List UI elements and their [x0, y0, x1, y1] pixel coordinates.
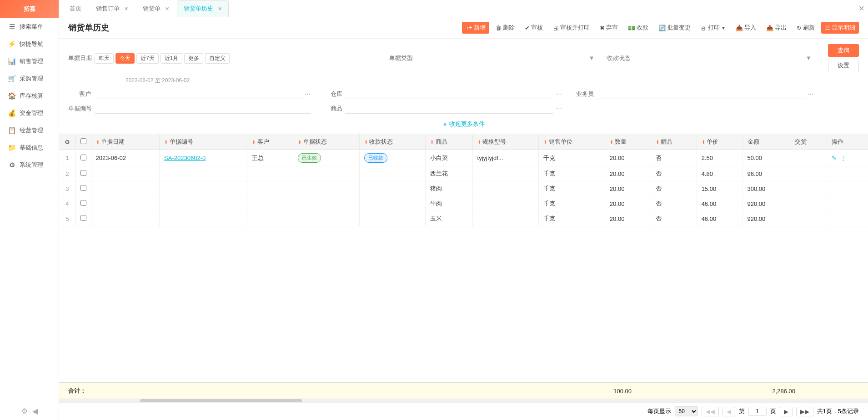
sidebar-item-finance-mgmt[interactable]: 💰 资金管理 — [0, 105, 59, 122]
next-page-button[interactable]: ▶ — [780, 407, 793, 416]
tab-sales-history-close[interactable]: ✕ — [218, 6, 222, 12]
pagination: 每页显示 50 10 20 100 ◀◀ ◀ 第 页 ▶ ▶▶ 共1页，5条记录 — [59, 402, 868, 420]
filter-customer-input[interactable] — [94, 89, 302, 99]
page-input[interactable] — [748, 407, 767, 416]
delete-button[interactable]: 🗑 删除 — [492, 22, 518, 34]
col-gift[interactable]: ⬆ 赠品 — [651, 134, 697, 150]
date-btn-today[interactable]: 今天 — [115, 53, 135, 64]
sidebar-item-purchase-mgmt[interactable]: 🛒 采购管理 — [0, 70, 59, 87]
refresh-button[interactable]: ↻ 刷新 — [793, 22, 818, 34]
col-customer[interactable]: ⬆ 客户 — [247, 134, 293, 150]
date-btn-1month[interactable]: 近1月 — [161, 53, 183, 64]
col-collect-status[interactable]: ⬆ 收款状态 — [359, 134, 426, 150]
col-goods[interactable]: ⬆ 商品 — [426, 134, 472, 150]
date-btn-custom[interactable]: 自定义 — [205, 53, 230, 64]
col-doc-no[interactable]: ⬆ 单据编号 — [160, 134, 247, 150]
batch-change-button[interactable]: 🔄 批量变更 — [655, 22, 694, 34]
audit-print-button[interactable]: 🖨 审核并打印 — [549, 22, 593, 34]
query-button[interactable]: 查询 — [828, 44, 859, 57]
filter-business-input[interactable] — [597, 89, 805, 99]
date-btn-yesterday[interactable]: 昨天 — [95, 53, 114, 64]
sidebar-item-sales-mgmt[interactable]: 📊 销售管理 — [0, 53, 59, 70]
row-doc-date — [91, 181, 160, 196]
col-doc-status[interactable]: ⬆ 单据状态 — [293, 134, 359, 150]
page-size-select[interactable]: 50 10 20 100 — [675, 406, 698, 416]
table-row: 3 猪肉 千克 20.00 否 15.00 300.00 — [59, 181, 868, 196]
date-btn-7days[interactable]: 近7天 — [136, 53, 159, 64]
row-doc-status — [293, 211, 359, 226]
print-button[interactable]: 🖨 打印 ▼ — [697, 22, 729, 34]
tab-bar-close-all[interactable]: ✕ — [858, 4, 864, 13]
refresh-icon: ↻ — [797, 25, 802, 31]
row-doc-status — [293, 166, 359, 181]
sidebar-settings-icon[interactable]: ⚙ — [21, 407, 28, 415]
row-checkbox[interactable] — [75, 166, 91, 181]
audit-button[interactable]: ✔ 审核 — [521, 22, 547, 34]
tab-sales-order-close[interactable]: ✕ — [124, 6, 128, 12]
col-settings[interactable]: ⚙ — [59, 134, 75, 150]
more-icon[interactable]: ⋮ — [840, 155, 846, 161]
row-transaction — [790, 211, 827, 226]
tab-home[interactable]: 首页 — [63, 0, 88, 17]
total-info: 共1页，5条记录 — [817, 407, 859, 415]
filter-warehouse: 仓库 ··· — [320, 89, 562, 99]
sort-icon: ⬆ — [364, 140, 368, 145]
col-doc-date[interactable]: ⬆ 单据日期 — [91, 134, 160, 150]
abandon-button[interactable]: ✖ 弃审 — [596, 22, 622, 34]
sidebar-item-inventory[interactable]: 🏠 库存核算 — [0, 87, 59, 105]
row-checkbox[interactable] — [75, 196, 91, 211]
sidebar-item-sys-mgmt[interactable]: ⚙ 系统管理 — [0, 156, 59, 174]
page-area: 销货单历史 + + 新增 🗑 删除 ✔ 审核 🖨 审核并打印 — [59, 17, 868, 420]
edit-icon[interactable]: ✎ — [832, 155, 837, 161]
sidebar-item-quick-nav[interactable]: ⚡ 快捷导航 — [0, 35, 59, 53]
date-btn-more[interactable]: 更多 — [184, 53, 203, 64]
page-header: 销货单历史 + + 新增 🗑 删除 ✔ 审核 🖨 审核并打印 — [59, 17, 868, 39]
show-detail-button[interactable]: ☰ 显示明细 — [821, 22, 859, 34]
col-quantity[interactable]: ⬆ 数量 — [605, 134, 651, 150]
col-checkbox[interactable] — [75, 134, 91, 150]
tab-sales-history[interactable]: 销货单历史 ✕ — [177, 0, 229, 17]
row-checkbox[interactable] — [75, 211, 91, 226]
row-checkbox[interactable] — [75, 150, 91, 166]
col-transaction: 交货 — [790, 134, 827, 150]
scroll-thumb[interactable] — [140, 399, 302, 402]
sidebar-collapse-icon[interactable]: ◀ — [32, 407, 38, 415]
filter-doc-no-input[interactable] — [95, 104, 311, 114]
query-area: 查询 设置 — [828, 44, 859, 72]
col-unit[interactable]: ⬆ 销售单位 — [539, 134, 605, 150]
new-button[interactable]: + + 新增 — [462, 22, 489, 34]
tab-sales-goods[interactable]: 销货单 ✕ — [136, 0, 176, 17]
filter-goods-more[interactable]: ··· — [556, 105, 562, 113]
tab-sales-goods-close[interactable]: ✕ — [165, 6, 169, 12]
sidebar-item-ops-mgmt[interactable]: 📋 经营管理 — [0, 122, 59, 139]
col-unit-price[interactable]: ⬆ 单价 — [697, 134, 743, 150]
export-button[interactable]: 📤 导出 — [763, 22, 790, 34]
col-spec[interactable]: ⬆ 规格型号 — [472, 134, 539, 150]
prev-page-button[interactable]: ◀ — [722, 407, 735, 416]
collect-button[interactable]: 💵 收款 — [624, 22, 652, 34]
row-transaction — [790, 150, 827, 166]
filter-warehouse-input[interactable] — [345, 89, 553, 99]
sidebar-item-search-menu[interactable]: ☰ 搜索菜单 — [0, 18, 59, 35]
import-button[interactable]: 📥 导入 — [732, 22, 760, 34]
first-page-button[interactable]: ◀◀ — [702, 407, 719, 416]
filter-doc-type-select[interactable]: ▼ — [416, 53, 597, 63]
select-all-checkbox[interactable] — [80, 138, 86, 144]
filter-doc-type-label: 单据类型 — [389, 54, 413, 62]
filter-goods-input[interactable] — [345, 104, 553, 114]
horizontal-scrollbar[interactable] — [59, 399, 868, 402]
filter-warehouse-more[interactable]: ··· — [556, 90, 562, 98]
filter-collect-status-select[interactable]: ▼ — [633, 53, 814, 63]
sidebar-item-basic-info[interactable]: 📁 基础信息 — [0, 139, 59, 156]
last-page-button[interactable]: ▶▶ — [796, 407, 813, 416]
settings-button[interactable]: 设置 — [828, 59, 859, 72]
filter-business-more[interactable]: ··· — [808, 90, 813, 98]
collapse-button[interactable]: ∧ 收起更多条件 — [68, 118, 859, 130]
sidebar-item-label: 资金管理 — [20, 109, 43, 117]
print-icon: 🖨 — [701, 25, 707, 31]
inventory-icon: 🏠 — [8, 92, 16, 100]
tab-sales-order[interactable]: 销售订单 ✕ — [89, 0, 135, 17]
row-checkbox[interactable] — [75, 181, 91, 196]
filter-customer-more[interactable]: ··· — [305, 90, 311, 98]
delete-icon: 🗑 — [496, 25, 502, 31]
